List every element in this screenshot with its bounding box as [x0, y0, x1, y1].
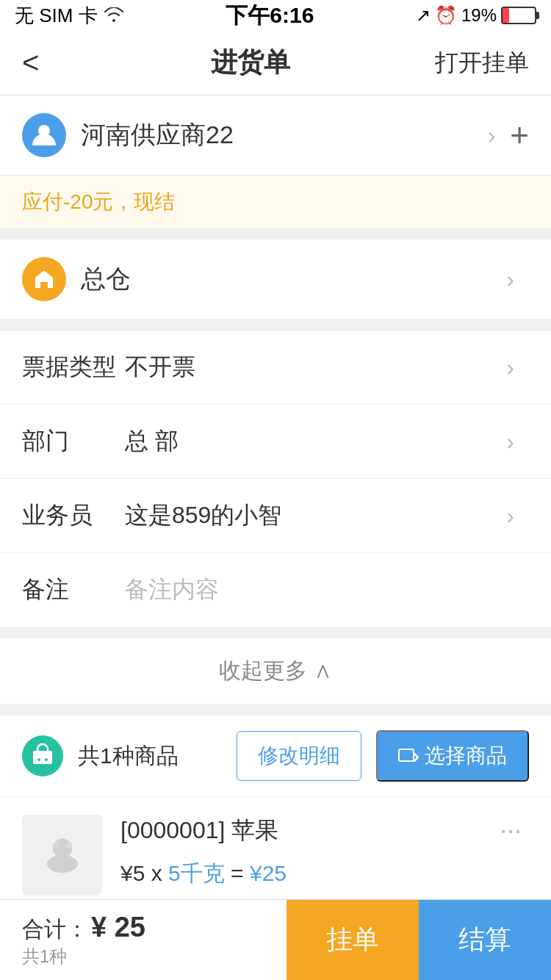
supplier-notice: 应付-20元，现结 — [0, 176, 551, 228]
department-value: 总 部 — [125, 425, 506, 458]
product-code: [0000001] — [120, 817, 225, 843]
warehouse-icon — [22, 257, 66, 301]
carrier-text: 无 SIM 卡 — [15, 3, 98, 29]
more-options-button[interactable]: ··· — [492, 815, 529, 846]
salesman-label: 业务员 — [22, 500, 125, 532]
wifi-icon — [104, 4, 124, 27]
product-default-image — [40, 833, 84, 877]
battery-percent: 19% — [461, 5, 497, 26]
remark-placeholder: 备注内容 — [125, 574, 529, 606]
checkout-button[interactable]: 结算 — [419, 900, 551, 980]
remark-label: 备注 — [22, 574, 125, 606]
salesman-value: 这是859的小智 — [125, 500, 506, 532]
back-button[interactable]: < — [22, 46, 66, 79]
product-count-label: 共1种商品 — [78, 741, 222, 771]
product-name: [0000001] 苹果 — [120, 815, 475, 847]
chevron-right-icon: › — [488, 122, 496, 149]
svg-point-3 — [37, 758, 40, 761]
invoice-chevron-icon: › — [506, 354, 514, 381]
cart-icon — [30, 743, 55, 768]
select-product-icon — [398, 747, 419, 765]
unit-price: ¥5 — [120, 861, 145, 885]
svg-point-4 — [45, 758, 48, 761]
modify-detail-button[interactable]: 修改明细 — [237, 731, 361, 781]
supplier-name: 河南供应商22 — [81, 118, 488, 152]
total-price: ¥25 — [250, 861, 287, 885]
department-row[interactable]: 部门 总 部 › — [0, 405, 551, 479]
collapse-bar[interactable]: 收起更多 ∧ — [0, 638, 551, 704]
department-label: 部门 — [22, 425, 125, 458]
product-header-icon — [22, 735, 63, 777]
svg-rect-1 — [40, 282, 48, 288]
product-title: 苹果 — [231, 817, 278, 843]
svg-point-9 — [66, 842, 73, 849]
warehouse-chevron-icon: › — [506, 266, 514, 293]
page-title: 进货单 — [66, 45, 435, 81]
content-area: 河南供应商22 › + 应付-20元，现结 总仓 › 票据类型 不开票 › 部门 — [0, 96, 551, 980]
svg-rect-2 — [33, 751, 52, 764]
alarm-icon: ⏰ — [435, 5, 457, 26]
warehouse-card[interactable]: 总仓 › — [0, 239, 551, 319]
select-product-label: 选择商品 — [425, 742, 507, 770]
status-left: 无 SIM 卡 — [15, 3, 124, 29]
status-bar: 无 SIM 卡 下午6:16 ↗ ⏰ 19% — [0, 0, 551, 31]
suspend-button[interactable]: 挂单 — [287, 900, 419, 980]
total-amount: ¥ 25 — [91, 912, 145, 943]
product-item: [0000001] 苹果 ¥5 x 5千克 = ¥25 ··· — [0, 797, 551, 913]
status-right: ↗ ⏰ 19% — [416, 5, 536, 26]
invoice-type-value: 不开票 — [125, 351, 506, 383]
collapse-label: 收起更多 ∧ — [219, 656, 331, 686]
product-price: ¥5 x 5千克 = ¥25 — [120, 859, 475, 889]
multiply-symbol: x — [151, 861, 168, 885]
department-chevron-icon: › — [506, 428, 514, 455]
total-section: 合计： ¥ 25 共1种 — [0, 900, 287, 980]
product-header: 共1种商品 修改明细 选择商品 — [0, 716, 551, 797]
svg-point-8 — [53, 842, 60, 849]
battery-icon — [501, 7, 536, 24]
time-display: 下午6:16 — [226, 1, 314, 31]
total-count: 共1种 — [22, 945, 264, 968]
quantity: 5千克 — [168, 861, 225, 885]
product-thumbnail — [22, 815, 103, 896]
total-label: 合计： — [22, 915, 88, 945]
invoice-type-row[interactable]: 票据类型 不开票 › — [0, 331, 551, 405]
svg-point-7 — [47, 855, 78, 873]
salesman-chevron-icon: › — [506, 502, 514, 530]
nav-bar: < 进货单 打开挂单 — [0, 31, 551, 96]
form-card: 票据类型 不开票 › 部门 总 部 › 业务员 这是859的小智 › 备注 备注… — [0, 331, 551, 627]
equals-symbol: = — [231, 861, 250, 885]
supplier-avatar — [22, 113, 66, 157]
add-supplier-button[interactable]: + — [510, 117, 529, 154]
supplier-row[interactable]: 河南供应商22 › + — [0, 96, 551, 176]
open-pending-button[interactable]: 打开挂单 — [435, 47, 529, 79]
warehouse-row[interactable]: 总仓 › — [0, 239, 551, 319]
invoice-type-label: 票据类型 — [22, 351, 125, 383]
salesman-row[interactable]: 业务员 这是859的小智 › — [0, 479, 551, 553]
total-row: 合计： ¥ 25 — [22, 912, 264, 945]
person-icon — [31, 122, 57, 148]
svg-rect-5 — [399, 749, 414, 761]
remark-row[interactable]: 备注 备注内容 — [0, 553, 551, 627]
select-product-button[interactable]: 选择商品 — [376, 730, 529, 782]
bottom-bar: 合计： ¥ 25 共1种 挂单 结算 — [0, 899, 551, 980]
product-info: [0000001] 苹果 ¥5 x 5千克 = ¥25 — [120, 815, 475, 889]
warehouse-name: 总仓 — [81, 262, 506, 296]
supplier-card: 河南供应商22 › + 应付-20元，现结 — [0, 96, 551, 228]
home-icon — [32, 267, 56, 291]
location-icon: ↗ — [416, 5, 431, 26]
